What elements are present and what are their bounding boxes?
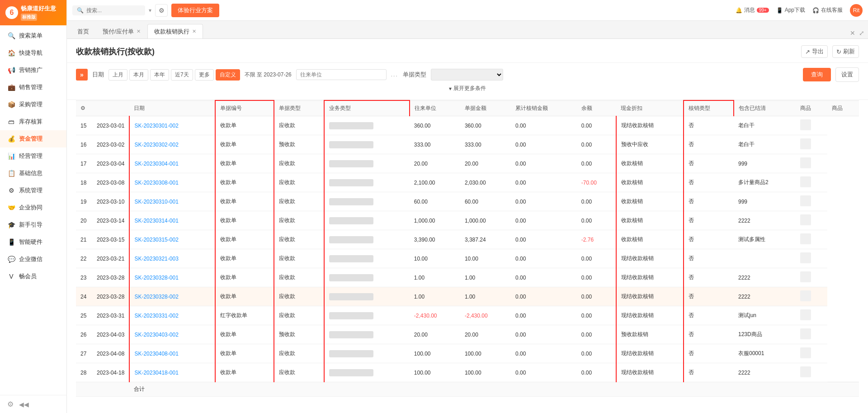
voucher-no-link[interactable]: SK-20230418-001 [134,370,178,376]
sidebar-item-corp-collab[interactable]: 🤝 企业协同 [0,199,66,216]
search-input[interactable] [86,7,141,14]
cell-include-settled: 否 [684,192,734,211]
cell-date: 2023-03-21 [92,249,129,268]
collapse-icon[interactable]: ◀◀ [19,401,29,408]
table-row[interactable]: 22 2023-03-21 SK-20230321-003 收款单 应收款 ██… [76,249,859,268]
voucher-no-link[interactable]: SK-20230310-001 [134,199,178,205]
table-row[interactable]: 21 2023-03-15 SK-20230315-002 收款单 应收款 ██… [76,230,859,249]
sidebar-item-marketing[interactable]: 📢 营销推广 [0,62,66,79]
voucher-no-link[interactable]: SK-20230403-002 [134,332,178,338]
sidebar-item-basic-info[interactable]: 📋 基础信息 [0,165,66,182]
search-wrap[interactable]: 🔍 [72,5,145,15]
gear-icon[interactable]: ⚙ [7,400,14,408]
table-container[interactable]: ⚙ 日期 单据编号 单据类型 业务类型 往来单位 单据金额 累计核销金额 余额 … [67,100,868,413]
dropdown-arrow[interactable]: ▾ [149,7,151,14]
sidebar-item-sys-mgmt[interactable]: ⚙ 系统管理 [0,182,66,199]
user-avatar[interactable]: Rit [850,4,863,17]
expand-more-btn[interactable]: ▾ 展开更多条件 [449,85,486,92]
voucher-no-link[interactable]: SK-20230301-002 [134,123,178,129]
date-btn-7days[interactable]: 近7天 [171,69,193,81]
table-row[interactable]: 20 2023-03-14 SK-20230314-001 收款单 应收款 ██… [76,211,859,230]
tab-collection-exec[interactable]: 收款核销执行 ✕ [147,24,203,38]
cell-include-settled: 否 [684,173,734,192]
cell-rownum: 18 [76,173,92,192]
voucher-no-link[interactable]: SK-20230314-001 [134,218,178,224]
sidebar-item-newbie[interactable]: 🎓 新手引导 [0,216,66,233]
sidebar-item-search-menu[interactable]: 🔍 搜索菜单 [0,27,66,44]
voucher-no-link[interactable]: SK-20230321-003 [134,256,178,262]
close-icon[interactable]: ✕ [850,29,855,37]
table-row[interactable]: 23 2023-03-28 SK-20230328-001 收款单 应收款 ██… [76,268,859,287]
voucher-no-link[interactable]: SK-20230315-002 [134,237,178,243]
voucher-no-link[interactable]: SK-20230408-001 [134,351,178,357]
sidebar-item-corp-wechat[interactable]: 💬 企业微信 [0,251,66,268]
table-row[interactable]: 27 2023-04-08 SK-20230408-001 收款单 应收款 ██… [76,344,859,363]
tabbar: 首页 预付/应付单 ✕ 收款核销执行 ✕ ✕ ⤢ [67,21,868,39]
sidebar-label-fund-mgmt: 资金管理 [19,135,42,143]
sidebar-item-fund-mgmt[interactable]: 💰 资金管理 [0,130,66,147]
voucher-no-link[interactable]: SK-20230328-002 [134,294,178,300]
date-btn-this-month[interactable]: 本月 [129,69,148,81]
maximize-icon[interactable]: ⤢ [859,29,864,37]
refresh-btn[interactable]: ↻ 刷新 [832,45,859,58]
sidebar-icon-search-menu: 🔍 [7,32,15,40]
cell-partner: ████████ [324,154,410,173]
table-row[interactable]: 25 2023-03-31 SK-20230331-002 红字收款单 应收款 … [76,306,859,325]
sidebar-item-vip-member[interactable]: V 畅会员 [0,268,66,285]
cell-biz-type: 应收款 [274,192,324,211]
cell-partner: ████████ [324,192,410,211]
query-btn[interactable]: 查询 [803,68,831,81]
table-row[interactable]: 19 2023-03-10 SK-20230310-001 收款单 应收款 ██… [76,192,859,211]
sidebar-item-purchase-mgmt[interactable]: 📦 采购管理 [0,96,66,113]
date-btn-this-year[interactable]: 本年 [150,69,169,81]
filter-expand-btn[interactable]: » [76,69,88,81]
cell-balance: 0.00 [511,211,577,230]
table-row[interactable]: 24 2023-03-28 SK-20230328-002 收款单 应收款 ██… [76,287,859,306]
online-service-btn[interactable]: 🎧 在线客服 [812,6,843,14]
page: 收款核销执行(按收款) ↗ 导出 ↻ 刷新 » 日期 上月 本月 [67,39,868,413]
table-row[interactable]: 16 2023-03-02 SK-20230302-002 收款单 预收款 ██… [76,135,859,154]
tab-prepay-label: 预付/应付单 [103,28,134,36]
table-row[interactable]: 28 2023-04-18 SK-20230418-001 收款单 应收款 ██… [76,363,859,382]
page-header-actions: ↗ 导出 ↻ 刷新 [801,45,859,58]
tab-collection-close[interactable]: ✕ [192,29,196,34]
sidebar-item-sales-mgmt[interactable]: 💼 销售管理 [0,79,66,96]
cell-balance: 0.00 [511,268,577,287]
sidebar-item-ops-mgmt[interactable]: 📊 经营管理 [0,147,66,165]
app-download-btn[interactable]: 📱 App下载 [776,6,805,14]
partner-input[interactable] [296,69,387,80]
sidebar-item-smart-hw[interactable]: 📱 智能硬件 [0,233,66,251]
table-row[interactable]: 26 2023-04-03 SK-20230403-002 收款单 预收款 ██… [76,325,859,344]
notification-btn[interactable]: 🔔 消息 99+ [736,6,769,14]
tab-prepay-close[interactable]: ✕ [137,29,141,34]
setting-btn[interactable]: 设置 [835,67,859,82]
col-settings[interactable]: ⚙ [76,100,92,116]
table-header: ⚙ 日期 单据编号 单据类型 业务类型 往来单位 单据金额 累计核销金额 余额 … [76,100,859,116]
date-btn-custom[interactable]: 自定义 [216,69,240,81]
sidebar-item-quick-nav[interactable]: 🏠 快捷导航 [0,44,66,62]
gear-button[interactable]: ⚙ [155,4,168,17]
industry-btn[interactable]: 体验行业方案 [171,4,219,17]
voucher-no-link[interactable]: SK-20230302-002 [134,142,178,148]
voucher-type-select[interactable] [431,69,503,81]
sidebar-icon-sys-mgmt: ⚙ [7,186,15,195]
cell-writeoff-amount: 10.00 [460,249,511,268]
sidebar-item-inventory[interactable]: 🗃 库存核算 [0,113,66,130]
partner-more-btn[interactable]: ... [391,71,398,78]
table-row[interactable]: 17 2023-03-04 SK-20230304-001 收款单 应收款 ██… [76,154,859,173]
voucher-no-link[interactable]: SK-20230304-001 [134,161,178,167]
tab-prepay-payable[interactable]: 预付/应付单 ✕ [96,24,147,38]
voucher-no-link[interactable]: SK-20230308-001 [134,180,178,186]
export-btn[interactable]: ↗ 导出 [801,45,828,58]
sidebar-label-purchase-mgmt: 采购管理 [19,100,42,109]
table-row[interactable]: 18 2023-03-08 SK-20230308-001 收款单 应收款 ██… [76,173,859,192]
cell-voucher-type: 收款单 [215,116,274,135]
tab-home[interactable]: 首页 [71,24,96,38]
voucher-no-link[interactable]: SK-20230328-001 [134,275,178,281]
table-row[interactable]: 15 2023-03-01 SK-20230301-002 收款单 应收款 ██… [76,116,859,135]
table-body: 15 2023-03-01 SK-20230301-002 收款单 应收款 ██… [76,116,859,382]
cell-biz-type: 应收款 [274,363,324,382]
date-btn-last-month[interactable]: 上月 [108,69,127,81]
voucher-no-link[interactable]: SK-20230331-002 [134,313,178,319]
date-btn-more[interactable]: 更多 [195,69,214,81]
